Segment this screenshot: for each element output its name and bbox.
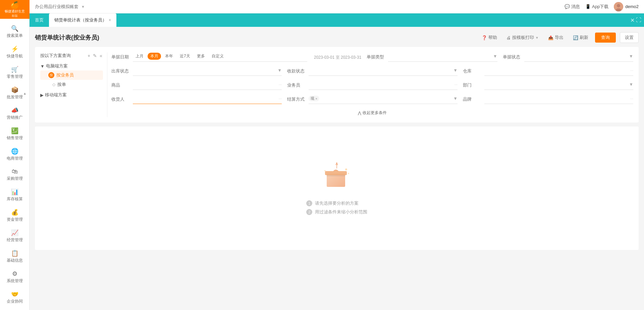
status-dropdown-icon[interactable]: ▼ [629, 54, 633, 59]
out-status-input[interactable] [133, 68, 277, 73]
scheme-group-desktop-title[interactable]: ▼ 电脑端方案 [40, 62, 103, 70]
help-button[interactable]: ❓ 帮助 [479, 33, 500, 42]
logo: 🍊 畅捷通好生意标版 [0, 0, 30, 19]
status-input[interactable] [524, 54, 629, 59]
type-control[interactable]: ▼ [388, 52, 497, 62]
dept-control[interactable]: ▼ [484, 81, 633, 90]
sidebar-item-label: 搜索菜单 [7, 33, 23, 39]
collapse-button[interactable]: ⋀ 收起更多条件 [354, 109, 391, 117]
tab-close-button[interactable]: × [109, 18, 111, 22]
sidebar-item-finance[interactable]: 💰 资金管理 [0, 205, 29, 226]
scheme-item-icon: 按 [48, 72, 54, 78]
sidebar-item-newbie[interactable]: 🎯 新手引导 [0, 308, 29, 310]
dept-label: 部门 [463, 82, 482, 88]
collapse-up-icon: ⋀ [358, 111, 361, 115]
page-header: 销货单统计表(按业务员) ❓ 帮助 🖨 按模板打印 ▼ 📤 导出 🔄 刷新 [35, 32, 639, 43]
tab-current[interactable]: 销货单统计表（按业务员） × [49, 13, 116, 27]
collect-status-dropdown-icon[interactable]: ▼ [453, 68, 458, 73]
sidebar-item-operation[interactable]: 📈 经营管理 [0, 226, 29, 246]
scheme-edit-icon[interactable]: ✎ [92, 52, 98, 59]
goods-control[interactable]: ··· [133, 81, 282, 90]
receiver-control[interactable]: ··· [133, 95, 282, 104]
settle-control[interactable]: 现 × ▼ [309, 95, 458, 104]
salesman-input[interactable] [309, 82, 454, 87]
dept-dropdown-icon[interactable]: ▼ [629, 82, 633, 87]
date-tab-this-year[interactable]: 本年 [162, 53, 176, 60]
app-download-button[interactable]: 📱 App下载 [585, 4, 608, 10]
goods-input[interactable] [133, 82, 279, 87]
type-input[interactable] [388, 54, 493, 59]
logo-icon: 🍊 [10, 1, 19, 9]
sidebar-item-system[interactable]: ⚙ 系统管理 [0, 267, 29, 287]
tab-home[interactable]: 首页 [30, 13, 49, 27]
filter-panel-inner: 按以下方案查询 + ✎ « ▼ 电脑端方案 按 [40, 52, 633, 117]
content-area: 销货单统计表(按业务员) ❓ 帮助 🖨 按模板打印 ▼ 📤 导出 🔄 刷新 [30, 27, 644, 310]
scheme-sub-item-by-order[interactable]: ◇ 按单 [40, 80, 103, 89]
date-tab-7days[interactable]: 近7天 [177, 53, 193, 60]
print-button[interactable]: 🖨 按模板打印 ▼ [504, 33, 541, 42]
receiver-label: 收货人 [111, 96, 130, 102]
dept-input[interactable] [484, 82, 629, 87]
sidebar-item-purchase[interactable]: 🛍 采购管理 [0, 165, 29, 185]
warehouse-control[interactable]: ··· [484, 66, 633, 76]
receiver-more-icon[interactable]: ··· [279, 97, 282, 101]
page-title: 销货单统计表(按业务员) [35, 34, 99, 42]
salesman-control[interactable]: ··· [309, 81, 458, 90]
settle-dropdown-icon[interactable]: ▼ [453, 96, 458, 101]
sidebar-item-label: 资金管理 [7, 217, 23, 222]
collect-status-control[interactable]: ▼ [309, 66, 458, 76]
filter-row-3: 商品 ··· 业务员 ··· [111, 81, 633, 90]
sidebar-item-quick[interactable]: ⚡ 快捷导航 [0, 42, 29, 62]
settle-tag-close[interactable]: × [315, 97, 317, 101]
sidebar-item-search[interactable]: 🔍 搜索菜单 [0, 21, 29, 42]
date-tab-custom[interactable]: 自定义 [209, 53, 226, 60]
collect-status-input[interactable] [309, 68, 453, 73]
type-dropdown-icon[interactable]: ▼ [493, 54, 497, 59]
user-avatar-button[interactable]: demo2 [614, 2, 639, 11]
sidebar-item-collab[interactable]: 🤝 企业协同 [0, 287, 29, 308]
brand-more-icon[interactable]: ··· [630, 97, 633, 101]
tab-close-window-button[interactable]: ✕ [630, 17, 635, 23]
out-status-control[interactable]: ▼ [133, 66, 282, 76]
scheme-add-icon[interactable]: + [87, 52, 91, 59]
sidebar-item-ecommerce[interactable]: 🌐 电商管理 [0, 144, 29, 165]
topbar-dropdown-icon[interactable]: ▼ [81, 5, 85, 9]
sidebar-item-inventory[interactable]: 📊 库存核算 [0, 185, 29, 205]
filter-field-salesman: 业务员 ··· [287, 81, 458, 90]
quick-icon: ⚡ [11, 45, 18, 53]
out-status-dropdown-icon[interactable]: ▼ [277, 68, 282, 73]
sidebar-item-wholesale[interactable]: 📦 批发管理 ▲ [0, 83, 29, 103]
brand-input[interactable] [484, 96, 630, 101]
settings-button[interactable]: 设置 [620, 32, 639, 43]
status-control[interactable]: ▼ [524, 52, 633, 62]
filter-field-status: 单据状态 ▼ [503, 52, 633, 62]
query-button[interactable]: 查询 [595, 33, 616, 43]
warehouse-input[interactable] [484, 68, 630, 73]
sidebar-item-basic-info[interactable]: 📋 基础信息 [0, 246, 29, 267]
sidebar-item-retail[interactable]: 🛒 零售管理 [0, 62, 29, 83]
scheme-item-by-salesman[interactable]: 按 按业务员 [40, 70, 103, 80]
warehouse-label: 仓库 [463, 68, 482, 74]
salesman-more-icon[interactable]: ··· [454, 83, 458, 87]
ecommerce-icon: 🌐 [11, 148, 18, 155]
export-button[interactable]: 📤 导出 [545, 33, 566, 42]
date-tab-last-month[interactable]: 上月 [133, 53, 146, 60]
message-button[interactable]: 💬 消息 [565, 4, 580, 10]
sidebar-nav: 🔍 搜索菜单 ⚡ 快捷导航 🛒 零售管理 📦 批发管理 ▲ 📣 营销推广 💹 销… [0, 19, 29, 310]
date-tab-this-month[interactable]: 本月 [148, 53, 161, 60]
sidebar-item-sales[interactable]: 💹 销售管理 [0, 124, 29, 144]
goods-more-icon[interactable]: ··· [279, 83, 282, 87]
tab-maximize-button[interactable]: ⛶ [636, 17, 641, 23]
brand-control[interactable]: ··· [484, 95, 633, 104]
scheme-collapse-icon[interactable]: « [99, 52, 103, 59]
date-tab-more[interactable]: 更多 [194, 53, 208, 60]
hint2-num: 2 [306, 209, 312, 215]
refresh-button[interactable]: 🔄 刷新 [570, 33, 591, 42]
filter-field-date: 单据日期 上月 本月 本年 近7天 更多 自定义 [111, 52, 307, 62]
print-dropdown-icon[interactable]: ▼ [535, 36, 539, 40]
filter-field-brand: 品牌 ··· [463, 95, 633, 104]
sidebar-item-marketing[interactable]: 📣 营销推广 [0, 103, 29, 124]
scheme-group-mobile-title[interactable]: ▶ 移动端方案 [40, 91, 103, 99]
receiver-input[interactable] [133, 96, 279, 101]
warehouse-more-icon[interactable]: ··· [630, 68, 633, 72]
